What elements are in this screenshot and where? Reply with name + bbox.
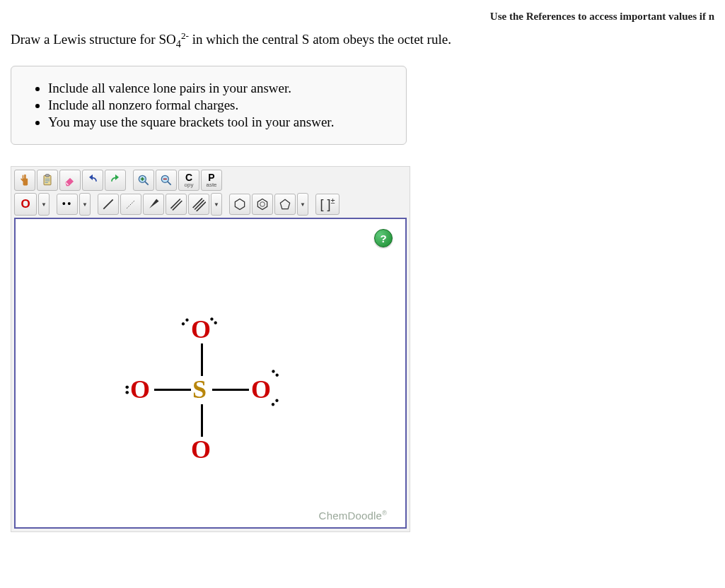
bond-dropdown[interactable]: ▼ [211,193,222,216]
svg-marker-16 [235,199,244,210]
element-button[interactable]: O [14,193,37,216]
q-formula-base: SO [158,32,175,47]
copy-c: C [185,172,192,182]
svg-marker-17 [257,199,267,210]
drawing-canvas[interactable]: ? S O O O O •• •• •• •• •• [14,218,407,529]
ring-dropdown[interactable]: ▼ [297,193,308,216]
toolbar-row-2: O ▼ •• ▼ ▼ ▼ [14,193,407,216]
svg-marker-10 [149,199,158,208]
atom-o-left[interactable]: O [130,375,150,404]
svg-point-18 [260,202,265,207]
bond-left[interactable] [154,389,191,391]
lone-pair-dropdown[interactable]: ▼ [79,193,91,216]
chemdoodle-editor: C opy P aste O ▼ •• ▼ ▼ [11,166,410,532]
paste-p: P [208,172,214,182]
svg-marker-19 [280,199,289,208]
q-formula-sub: 4 [176,38,181,49]
help-button[interactable]: ? [374,229,393,247]
q-mid: in which the central [189,32,302,47]
instruction-2: Include all nonzero formal charges. [48,98,386,113]
copy-opy: opy [185,182,194,188]
wedge-bond-tool[interactable] [143,194,164,215]
recessed-bond-tool[interactable] [120,194,141,215]
q-atom: S [302,32,310,47]
bond-top[interactable] [201,343,203,376]
lone-pair-tool[interactable]: •• [57,194,78,215]
q-formula-sup: 2- [181,30,189,41]
cyclohexane-tool[interactable] [229,194,250,215]
undo-tool[interactable] [82,170,103,191]
eraser-tool[interactable] [59,170,81,191]
triple-bond-tool[interactable] [188,194,209,215]
paste-tool[interactable]: P aste [201,170,222,191]
svg-line-7 [168,182,171,185]
element-dropdown[interactable]: ▼ [38,193,50,216]
instruction-1: Include all valence lone pairs in your a… [48,81,386,96]
q-post: atom obeys the octet rule. [309,32,451,47]
copy-tool[interactable]: C opy [178,170,199,191]
brand-name: ChemDoodle [319,510,383,522]
single-bond-tool[interactable] [98,194,119,215]
question-text: Draw a Lewis structure for SO42- in whic… [11,30,714,52]
atom-o-bottom[interactable]: O [191,435,211,464]
clipboard-tool[interactable] [37,170,58,191]
instructions-box: Include all valence lone pairs in your a… [11,66,407,145]
zoom-out-tool[interactable] [156,170,177,191]
q-pre: Draw a Lewis structure for [11,32,158,47]
toolbar-row-1: C opy P aste [14,170,407,191]
paste-aste: aste [206,182,216,188]
instruction-3: You may use the square brackets tool in … [48,114,386,130]
cyclopentane-tool[interactable] [274,194,296,215]
references-note: Use the References to access important v… [11,11,714,23]
zoom-in-tool[interactable] [133,170,154,191]
bond-right[interactable] [212,389,249,391]
redo-tool[interactable] [105,170,126,191]
brand-r: ® [382,510,387,517]
atom-s[interactable]: S [192,375,207,404]
benzene-tool[interactable] [252,194,273,215]
brackets-tool[interactable]: [ ]± [315,194,340,215]
svg-line-9 [103,199,112,208]
bond-bottom[interactable] [201,404,203,437]
hand-tool[interactable] [14,170,35,191]
svg-rect-1 [46,175,50,177]
svg-line-3 [145,182,149,185]
double-bond-tool[interactable] [166,194,187,215]
chemdoodle-branding: ChemDoodle® [319,510,387,522]
lp-left-1[interactable]: •• [120,385,133,396]
